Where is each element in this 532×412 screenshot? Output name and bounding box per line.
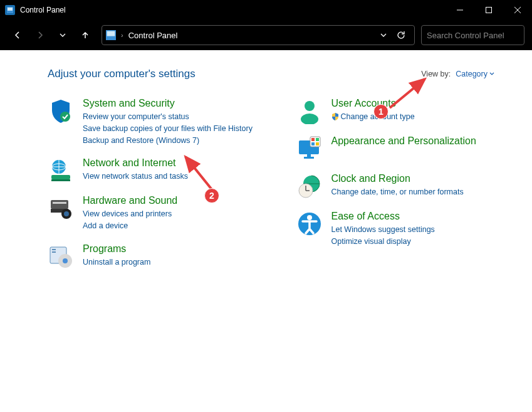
category-title[interactable]: Network and Internet [83, 157, 271, 169]
svg-rect-29 [304, 157, 314, 159]
category-link[interactable]: Let Windows suggest settings [331, 224, 520, 236]
programs-icon [48, 243, 74, 270]
search-input[interactable] [427, 31, 532, 40]
category-title[interactable]: Programs [83, 243, 271, 255]
address-bar[interactable]: › Control Panel [102, 25, 415, 45]
window-controls [446, 0, 532, 20]
svg-rect-31 [311, 138, 315, 141]
svg-rect-28 [307, 154, 311, 157]
category-title[interactable]: System and Security [83, 98, 271, 109]
category-link[interactable]: View devices and printers [83, 208, 271, 220]
clock-globe-icon [296, 173, 323, 199]
recent-dropdown-button[interactable] [53, 25, 73, 45]
svg-rect-34 [316, 142, 319, 145]
category-link[interactable]: Change account type [331, 111, 520, 123]
right-column: User Accounts Change account type Appear… [296, 98, 520, 281]
minimize-button[interactable] [446, 0, 474, 20]
page-heading: Adjust your computer's settings [48, 68, 196, 80]
left-column: System and Security Review your computer… [48, 98, 271, 281]
category-programs: Programs Uninstall a program [48, 243, 271, 270]
category-clock-region: Clock and Region Change date, time, or n… [296, 173, 520, 199]
category-title[interactable]: User Accounts [331, 98, 520, 109]
window-title: Control Panel [20, 6, 66, 14]
address-location: Control Panel [128, 31, 375, 40]
category-title[interactable]: Ease of Access [331, 211, 520, 222]
control-panel-icon [106, 30, 116, 40]
view-by-dropdown[interactable]: Category [456, 70, 494, 78]
category-hardware-sound: Hardware and Sound View devices and prin… [48, 195, 271, 232]
category-title[interactable]: Appearance and Personalization [331, 135, 520, 147]
svg-point-26 [301, 114, 318, 124]
category-system-security: System and Security Review your computer… [48, 98, 271, 146]
category-appearance: Appearance and Personalization [296, 135, 520, 162]
category-title[interactable]: Hardware and Sound [83, 195, 271, 206]
category-link[interactable]: Change date, time, or number formats [331, 186, 520, 198]
svg-point-19 [64, 211, 69, 216]
accessibility-icon [296, 211, 323, 237]
shield-icon [48, 98, 74, 124]
svg-rect-33 [311, 142, 315, 145]
svg-point-24 [63, 258, 68, 263]
svg-rect-3 [486, 8, 492, 13]
title-bar: Control Panel [0, 0, 532, 20]
chevron-down-icon [489, 71, 494, 77]
category-link[interactable]: Backup and Restore (Windows 7) [83, 135, 271, 147]
back-button[interactable] [8, 25, 28, 45]
svg-point-25 [305, 101, 315, 111]
category-user-accounts: User Accounts Change account type [296, 98, 520, 124]
svg-rect-15 [51, 200, 68, 209]
globe-network-icon [48, 157, 74, 184]
close-button[interactable] [503, 0, 532, 20]
category-ease-of-access: Ease of Access Let Windows suggest setti… [296, 211, 520, 248]
category-link[interactable]: View network status and tasks [83, 171, 271, 182]
category-link[interactable]: Save backup copies of your files with Fi… [83, 123, 271, 135]
address-dropdown-button[interactable] [380, 32, 387, 38]
svg-rect-7 [107, 31, 115, 36]
category-title[interactable]: Clock and Region [331, 173, 520, 184]
breadcrumb-chevron-icon: › [121, 31, 123, 39]
user-icon [296, 98, 323, 124]
category-link[interactable]: Review your computer's status [83, 111, 271, 123]
svg-rect-32 [316, 138, 319, 141]
svg-rect-14 [51, 179, 70, 181]
svg-point-10 [60, 112, 70, 122]
printer-camera-icon [48, 195, 74, 221]
svg-rect-16 [53, 202, 66, 204]
up-button[interactable] [75, 25, 95, 45]
category-link[interactable]: Optimize visual display [331, 236, 520, 248]
forward-button[interactable] [30, 25, 50, 45]
svg-rect-1 [8, 8, 13, 11]
category-link[interactable]: Uninstall a program [83, 256, 271, 268]
category-network-internet: Network and Internet View network status… [48, 157, 271, 184]
monitor-apps-icon [296, 135, 323, 162]
refresh-button[interactable] [392, 26, 410, 45]
svg-rect-22 [52, 251, 56, 253]
category-link[interactable]: Add a device [83, 220, 271, 232]
content-area: Adjust your computer's settings View by:… [0, 50, 532, 412]
svg-point-40 [307, 215, 312, 220]
search-box[interactable] [421, 25, 524, 45]
view-by-label: View by: [421, 70, 451, 78]
svg-rect-13 [51, 175, 70, 179]
svg-rect-21 [52, 249, 56, 250]
app-icon [5, 5, 15, 15]
maximize-button[interactable] [474, 0, 503, 20]
uac-shield-icon [331, 113, 339, 120]
view-by-control: View by: Category [421, 70, 494, 78]
navigation-bar: › Control Panel [0, 20, 532, 50]
